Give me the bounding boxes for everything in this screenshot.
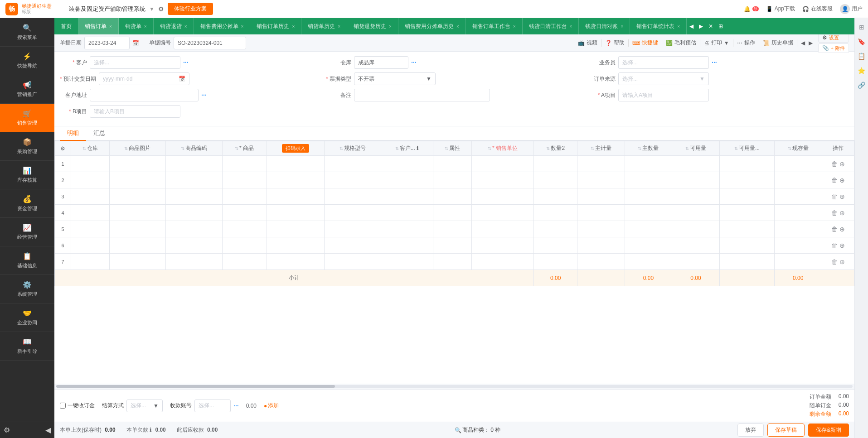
- tab-sales-return[interactable]: 销货退货 ×: [154, 18, 194, 34]
- table-cell[interactable]: [719, 156, 774, 172]
- th-product-code[interactable]: ⇅商品编码: [166, 141, 222, 156]
- table-cell[interactable]: [166, 156, 222, 172]
- table-cell[interactable]: [774, 221, 822, 237]
- sidebar-item-inventory[interactable]: 📊 库存核算: [0, 161, 54, 189]
- table-cell[interactable]: [774, 156, 822, 172]
- tab-close-daily-reconciliation[interactable]: ×: [621, 24, 623, 29]
- table-cell[interactable]: [577, 172, 625, 188]
- table-cell[interactable]: [381, 188, 433, 205]
- copy-icon[interactable]: ⊕: [839, 226, 845, 233]
- delivery-input[interactable]: yyyy-mm-dd 📅: [99, 72, 189, 85]
- a-project-input[interactable]: 请输入A项目: [618, 89, 709, 101]
- date-input[interactable]: 2023-03-24: [84, 37, 130, 49]
- order-source-input[interactable]: 选择... ▼: [618, 72, 709, 85]
- table-cell[interactable]: [625, 172, 672, 188]
- table-cell[interactable]: [471, 188, 534, 205]
- copy-icon[interactable]: ⊕: [839, 242, 845, 249]
- right-panel-icon-2[interactable]: 🔖: [856, 36, 867, 47]
- table-cell[interactable]: [71, 172, 110, 188]
- tab-expense-history[interactable]: 销售费用分摊单历史 ×: [398, 18, 466, 34]
- settings-btn[interactable]: ⚙ 设置: [818, 34, 849, 43]
- table-cell[interactable]: [381, 254, 433, 270]
- table-cell[interactable]: [325, 205, 381, 221]
- table-cell[interactable]: [433, 205, 471, 221]
- customer-addr-expand-btn[interactable]: ···: [201, 91, 207, 99]
- th-main-unit[interactable]: ⇅主计量: [577, 141, 625, 156]
- app-download[interactable]: 📱 App下载: [766, 5, 795, 13]
- warehouse-input[interactable]: 成品库: [354, 56, 408, 69]
- table-cell[interactable]: [325, 172, 381, 188]
- table-cell[interactable]: [625, 237, 672, 254]
- table-cell[interactable]: [625, 205, 672, 221]
- tab-close-sales-stats[interactable]: ×: [677, 24, 680, 29]
- tab-close-sales-invoice[interactable]: ×: [144, 24, 147, 29]
- table-cell[interactable]: [109, 156, 165, 172]
- sidebar-item-sales[interactable]: 🛒 销售管理: [0, 104, 54, 132]
- staff-input[interactable]: 选择...: [618, 56, 709, 69]
- sidebar-item-guide[interactable]: 📖 新手引导: [0, 332, 54, 361]
- calendar-icon[interactable]: 📅: [132, 40, 139, 46]
- industry-btn[interactable]: 体验行业方案: [168, 3, 213, 15]
- delivery-calendar-icon[interactable]: 📅: [179, 76, 185, 82]
- one-click-checkbox[interactable]: [60, 403, 66, 409]
- table-cell[interactable]: [534, 254, 577, 270]
- table-cell[interactable]: [325, 237, 381, 254]
- sidebar-item-cooperation[interactable]: 🤝 企业协同: [0, 303, 54, 332]
- doc-no-input[interactable]: SO-20230324-001: [174, 37, 246, 49]
- right-panel-icon-4[interactable]: ⭐: [856, 65, 867, 76]
- copy-icon[interactable]: ⊕: [839, 160, 845, 168]
- delete-icon[interactable]: 🗑: [831, 160, 838, 168]
- table-cell[interactable]: [222, 254, 267, 270]
- table-cell[interactable]: [381, 205, 433, 221]
- user-avatar[interactable]: 👤 用户: [840, 4, 863, 14]
- copy-icon[interactable]: ⊕: [839, 177, 845, 184]
- table-cell[interactable]: [672, 172, 720, 188]
- table-cell[interactable]: [672, 156, 720, 172]
- sidebar-settings-icon[interactable]: ⚙: [4, 426, 10, 434]
- table-cell[interactable]: [109, 221, 165, 237]
- settlement-select[interactable]: 选择... ▼: [126, 399, 163, 412]
- table-cell[interactable]: [577, 221, 625, 237]
- th-scan[interactable]: 扫码录入: [267, 141, 325, 156]
- tab-close-daily-workbench[interactable]: ×: [570, 24, 572, 29]
- tab-sales-order-history[interactable]: 销售订单历史 ×: [250, 18, 301, 34]
- table-cell[interactable]: [166, 172, 222, 188]
- table-cell[interactable]: [71, 188, 110, 205]
- th-available2[interactable]: ⇅可用量...: [719, 141, 774, 156]
- sidebar-item-system[interactable]: ⚙️ 系统管理: [0, 275, 54, 303]
- table-cell[interactable]: [433, 156, 471, 172]
- table-cell[interactable]: [672, 205, 720, 221]
- table-cell[interactable]: [719, 254, 774, 270]
- table-cell[interactable]: [381, 221, 433, 237]
- table-cell[interactable]: [719, 221, 774, 237]
- table-cell[interactable]: [71, 237, 110, 254]
- table-cell[interactable]: [109, 205, 165, 221]
- tab-close-order-workbench[interactable]: ×: [513, 24, 516, 29]
- toolbar-help[interactable]: ❓ 帮助: [605, 39, 625, 47]
- tab-daily-workbench[interactable]: 钱货日清工作台 ×: [523, 18, 579, 34]
- sidebar-item-search[interactable]: 🔍 搜索菜单: [0, 18, 54, 47]
- tab-nav-close[interactable]: ✕: [706, 18, 716, 34]
- table-cell[interactable]: [109, 254, 165, 270]
- table-cell[interactable]: [433, 172, 471, 188]
- scrollbar-track[interactable]: [56, 385, 853, 388]
- sidebar-item-operations[interactable]: 📈 经营管理: [0, 218, 54, 246]
- delete-icon[interactable]: 🗑: [831, 242, 838, 249]
- table-cell[interactable]: [577, 205, 625, 221]
- table-cell[interactable]: [471, 156, 534, 172]
- table-cell[interactable]: [774, 254, 822, 270]
- table-cell[interactable]: [719, 172, 774, 188]
- table-cell[interactable]: [577, 188, 625, 205]
- sidebar-item-quicknav[interactable]: ⚡ 快捷导航: [0, 47, 54, 75]
- table-cell[interactable]: [774, 172, 822, 188]
- settings-icon[interactable]: ⚙: [158, 5, 164, 13]
- table-cell[interactable]: [222, 221, 267, 237]
- table-cell[interactable]: [774, 188, 822, 205]
- receipt-select[interactable]: 选择...: [194, 399, 231, 412]
- table-cell[interactable]: [222, 237, 267, 254]
- add-btn[interactable]: ● 添加: [264, 402, 279, 409]
- table-cell[interactable]: [267, 188, 325, 205]
- sidebar-collapse-icon[interactable]: ◀: [45, 426, 51, 434]
- table-cell[interactable]: [222, 156, 267, 172]
- copy-icon[interactable]: ⊕: [839, 258, 845, 265]
